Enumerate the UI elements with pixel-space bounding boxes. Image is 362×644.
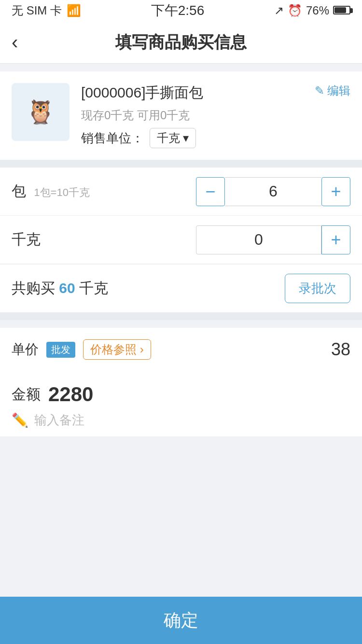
kg-quantity-input[interactable] bbox=[196, 225, 321, 254]
total-row: 共购买 60 千克 录批次 bbox=[0, 264, 362, 312]
pack-label-text: 包 bbox=[12, 183, 26, 199]
batch-button[interactable]: 录批次 bbox=[285, 274, 350, 303]
status-bar: 无 SIM 卡 📶 下午2:56 ↗ ⏰ 76% bbox=[0, 0, 362, 21]
input-section: 包 1包=10千克 − + 千克 + 共购买 60 千克 录批次 bbox=[0, 168, 362, 312]
pack-row: 包 1包=10千克 − + bbox=[0, 168, 362, 216]
separator-1 bbox=[0, 160, 362, 168]
battery-icon bbox=[333, 4, 350, 17]
price-label: 单价 bbox=[12, 340, 39, 359]
product-logo: 🦉 bbox=[26, 98, 55, 126]
edit-button[interactable]: ✎ 编辑 bbox=[315, 83, 350, 98]
pack-controls: − + bbox=[196, 177, 350, 206]
price-ref-button[interactable]: 价格参照 › bbox=[83, 339, 151, 360]
page-title: 填写商品购买信息 bbox=[115, 31, 247, 54]
status-time: 下午2:56 bbox=[151, 1, 205, 20]
note-icon: ✏️ bbox=[12, 412, 28, 428]
pack-sublabel: 1包=10千克 bbox=[34, 186, 90, 198]
status-right: ↗ ⏰ 76% bbox=[274, 4, 350, 17]
pack-minus-button[interactable]: − bbox=[196, 177, 225, 206]
price-row: 单价 批发 价格参照 › 38 bbox=[12, 339, 350, 360]
kg-plus-button[interactable]: + bbox=[321, 225, 350, 254]
pack-quantity-input[interactable] bbox=[225, 177, 321, 206]
product-image: 🦉 bbox=[12, 83, 70, 141]
unit-label: 销售单位： bbox=[81, 130, 144, 147]
note-placeholder: 输入备注 bbox=[34, 412, 84, 429]
edit-icon: ✎ bbox=[315, 84, 324, 98]
nav-bar: ‹ 填写商品购买信息 bbox=[0, 21, 362, 64]
separator-2 bbox=[0, 312, 362, 320]
back-button[interactable]: ‹ bbox=[12, 31, 18, 53]
price-value: 38 bbox=[331, 339, 350, 360]
sim-label: 无 SIM 卡 bbox=[12, 3, 62, 18]
pack-label: 包 1包=10千克 bbox=[12, 182, 90, 201]
product-stock: 现存0千克 可用0千克 bbox=[81, 108, 350, 123]
pack-plus-button[interactable]: + bbox=[321, 177, 350, 206]
unit-value: 千克 bbox=[157, 130, 180, 146]
total-text: 共购买 60 千克 bbox=[12, 279, 108, 298]
kg-row: 千克 + bbox=[0, 216, 362, 264]
product-card: 🦉 [0000006]手撕面包 现存0千克 可用0千克 销售单位： 千克 ▾ ✎… bbox=[0, 71, 362, 160]
amount-value: 2280 bbox=[48, 383, 93, 406]
amount-row: 金额 2280 bbox=[12, 383, 350, 406]
dropdown-arrow: ▾ bbox=[183, 131, 189, 145]
product-name: [0000006]手撕面包 bbox=[81, 83, 350, 103]
price-section: 单价 批发 价格参照 › 38 bbox=[0, 328, 362, 371]
product-unit-row: 销售单位： 千克 ▾ bbox=[81, 128, 350, 148]
total-amount: 60 bbox=[59, 280, 75, 296]
status-left: 无 SIM 卡 📶 bbox=[12, 3, 81, 18]
price-tag-pifa: 批发 bbox=[46, 342, 75, 358]
wifi-icon: 📶 bbox=[67, 4, 81, 17]
battery-percent: 76% bbox=[306, 4, 329, 17]
note-row[interactable]: ✏️ 输入备注 bbox=[12, 412, 350, 429]
amount-label: 金额 bbox=[12, 385, 41, 405]
unit-dropdown[interactable]: 千克 ▾ bbox=[150, 128, 196, 148]
kg-label: 千克 bbox=[12, 230, 60, 250]
total-unit: 千克 bbox=[79, 280, 108, 296]
product-info: [0000006]手撕面包 现存0千克 可用0千克 销售单位： 千克 ▾ bbox=[81, 83, 350, 148]
alarm-icon: ⏰ bbox=[288, 4, 302, 17]
kg-controls: + bbox=[196, 225, 350, 254]
confirm-button[interactable]: 确定 bbox=[0, 597, 362, 644]
total-prefix: 共购买 bbox=[12, 280, 55, 296]
edit-label: 编辑 bbox=[327, 83, 350, 98]
amount-section: 金额 2280 ✏️ 输入备注 bbox=[0, 371, 362, 436]
location-icon: ↗ bbox=[274, 4, 284, 17]
